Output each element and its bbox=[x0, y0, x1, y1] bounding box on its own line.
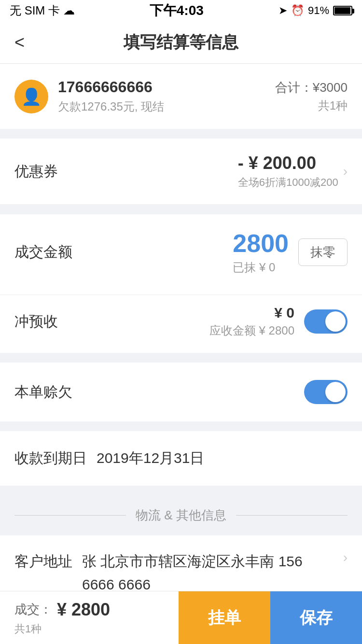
coupon-right: - ¥ 200.00 全场6折满1000减200 › bbox=[238, 153, 348, 190]
page-title: 填写结算等信息 bbox=[124, 31, 238, 54]
amount-info: 2800 已抹 ¥ 0 bbox=[233, 229, 289, 275]
amount-row: 成交金额 2800 已抹 ¥ 0 抹零 bbox=[14, 229, 348, 275]
amount-right: 2800 已抹 ¥ 0 抹零 bbox=[233, 229, 348, 275]
header-line-left bbox=[14, 515, 126, 516]
section-gap-1 bbox=[0, 205, 362, 214]
customer-debt: 欠款1276.35元, 现结 bbox=[58, 99, 164, 114]
nav-bar: < 填写结算等信息 bbox=[0, 21, 362, 64]
amount-value: 2800 bbox=[233, 229, 289, 258]
address-value: 张 北京市市辖区海淀区永丰南 156 6666 6666 bbox=[82, 550, 335, 596]
hold-button[interactable]: 挂单 bbox=[179, 591, 270, 644]
alarm-icon: ⏰ bbox=[291, 4, 304, 17]
customer-phone: 17666666666 bbox=[58, 78, 164, 96]
total-label: 合计：¥3000 bbox=[275, 79, 348, 96]
prepay-value: ¥ 0 bbox=[209, 305, 294, 321]
customer-right: 合计：¥3000 共1种 bbox=[275, 79, 348, 113]
bottom-deal-row: 成交： ¥ 2800 bbox=[14, 600, 164, 620]
customer-card: 👤 17666666666 欠款1276.35元, 现结 合计：¥3000 共1… bbox=[0, 64, 362, 129]
battery-icon bbox=[333, 6, 352, 15]
content: 👤 17666666666 欠款1276.35元, 现结 合计：¥3000 共1… bbox=[0, 64, 362, 644]
prepay-right: ¥ 0 应收金额 ¥ 2800 bbox=[209, 305, 348, 338]
sim-label: 无 SIM 卡 ☁ bbox=[10, 3, 75, 18]
amount-section: 成交金额 2800 已抹 ¥ 0 抹零 bbox=[0, 214, 362, 294]
already-rounded: 已抹 ¥ 0 bbox=[233, 260, 289, 275]
section-gap-2 bbox=[0, 353, 362, 363]
status-bar: 无 SIM 卡 ☁ 下午4:03 ➤ ⏰ 91% bbox=[0, 0, 362, 21]
customer-row: 👤 17666666666 欠款1276.35元, 现结 合计：¥3000 共1… bbox=[14, 78, 348, 114]
debt-toggle[interactable] bbox=[304, 380, 348, 404]
battery-percent: 91% bbox=[308, 4, 329, 17]
due-date-value: 2019年12月31日 bbox=[97, 448, 204, 468]
due-date-label: 收款到期日 bbox=[14, 448, 87, 468]
save-button[interactable]: 保存 bbox=[270, 591, 362, 644]
coupon-discount: - ¥ 200.00 bbox=[238, 153, 338, 173]
coupon-label: 优惠券 bbox=[14, 162, 58, 182]
header-line-right bbox=[236, 515, 348, 516]
status-right: ➤ ⏰ 91% bbox=[278, 4, 352, 17]
receivable-amount: 应收金额 ¥ 2800 bbox=[209, 323, 294, 338]
status-time: 下午4:03 bbox=[150, 1, 204, 20]
bottom-bar: 成交： ¥ 2800 共1种 挂单 保存 bbox=[0, 591, 362, 644]
back-button[interactable]: < bbox=[14, 32, 25, 53]
coupon-info: - ¥ 200.00 全场6折满1000减200 bbox=[238, 153, 338, 190]
prepay-amount: ¥ 0 应收金额 ¥ 2800 bbox=[209, 305, 294, 338]
customer-info: 17666666666 欠款1276.35元, 现结 bbox=[58, 78, 164, 114]
status-left: 无 SIM 卡 ☁ bbox=[10, 3, 75, 18]
address-label: 客户地址 bbox=[14, 550, 72, 573]
coupon-row[interactable]: 优惠券 - ¥ 200.00 全场6折满1000减200 › bbox=[0, 139, 362, 205]
prepay-row: 冲预收 ¥ 0 应收金额 ¥ 2800 bbox=[0, 294, 362, 353]
location-icon: ➤ bbox=[278, 4, 287, 17]
customer-left: 👤 17666666666 欠款1276.35元, 现结 bbox=[14, 78, 164, 114]
prepay-label: 冲预收 bbox=[14, 312, 58, 332]
avatar: 👤 bbox=[14, 80, 48, 113]
deal-amount: ¥ 2800 bbox=[57, 600, 110, 620]
bottom-summary: 成交： ¥ 2800 共1种 bbox=[0, 600, 179, 636]
section-header-text: 物流 & 其他信息 bbox=[136, 507, 226, 524]
total-count: 共1种 bbox=[275, 98, 348, 113]
debt-row: 本单赊欠 bbox=[0, 363, 362, 421]
coupon-desc: 全场6折满1000减200 bbox=[238, 175, 338, 190]
address-chevron-icon: › bbox=[343, 550, 348, 565]
amount-label: 成交金额 bbox=[14, 242, 72, 262]
debt-label: 本单赊欠 bbox=[14, 382, 72, 402]
due-date-row: 收款到期日 2019年12月31日 bbox=[0, 431, 362, 486]
logistics-section-header: 物流 & 其他信息 bbox=[0, 495, 362, 535]
deal-label: 成交： bbox=[14, 601, 52, 618]
round-button[interactable]: 抹零 bbox=[298, 238, 348, 266]
chevron-right-icon: › bbox=[343, 164, 348, 179]
deal-count: 共1种 bbox=[14, 622, 164, 636]
prepay-toggle[interactable] bbox=[304, 309, 348, 334]
